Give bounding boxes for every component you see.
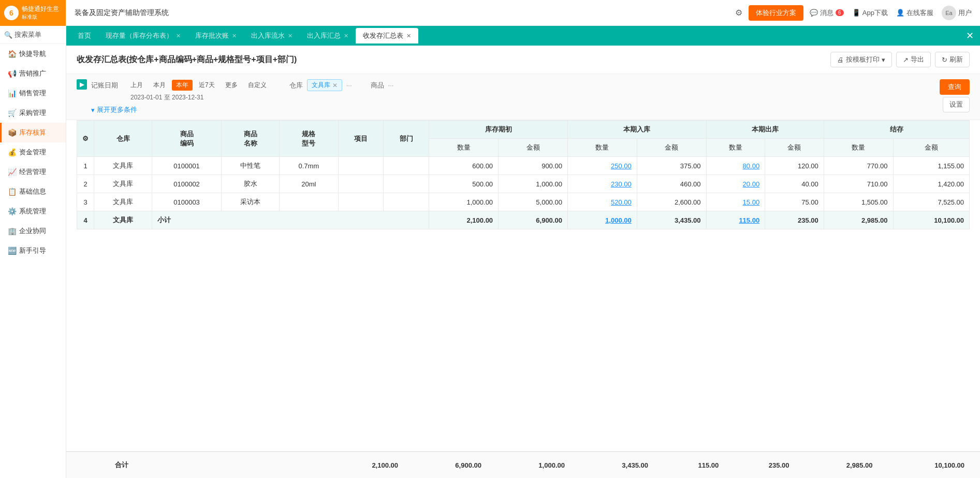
sidebar-search[interactable]: 🔍 搜索菜单 [0,26,66,44]
trial-button[interactable]: 体验行业方案 [749,5,803,21]
sidebar-item-basic[interactable]: 📋 基础信息 [0,182,66,201]
sidebar-item-system[interactable]: ⚙️ 系统管理 [0,201,66,221]
app-download-btn[interactable]: 📱 App下载 [852,8,888,18]
sidebar-item-operations[interactable]: 📈 经营管理 [0,162,66,182]
page-header: 收发存汇总表(按仓库+商品编码+商品+规格型号+项目+部门) 🖨 按模板打印 ▾… [66,46,980,74]
row-bal-qty: 710.00 [824,175,893,193]
tab-close-icon[interactable]: ✕ [288,33,292,39]
shortcut-this-year[interactable]: 本年 [172,80,193,91]
filter-toggle[interactable]: ▶ [77,79,87,90]
page-actions: 🖨 按模板打印 ▾ ↗ 导出 ↻ 刷新 [830,52,970,74]
col-settings-header[interactable]: ⚙ [77,121,94,157]
main-table: ⚙ 仓库 商品编码 商品名称 规格型号 项目 部门 库存期初 本期入库 本期出库… [77,120,970,229]
tabs-bar: 首页 现存量（库存分布表） ✕ 库存批次账 ✕ 出入库流水 ✕ 出入库汇总 ✕ … [66,26,980,46]
row-spec: 0.7mm [280,157,339,175]
row-spec [280,193,339,211]
tab-bar-close-btn[interactable]: ✕ [964,28,976,44]
sidebar-item-finance[interactable]: 💰 资金管理 [0,142,66,162]
inventory-icon: 📦 [8,128,16,137]
system-title: 装备及固定资产辅助管理系统 [75,8,729,18]
home-icon: 🏠 [8,50,16,58]
total-bal-qty: 2,985.00 [794,456,877,474]
tab-close-icon[interactable]: ✕ [406,33,411,39]
expand-btn[interactable]: ▾ 展开更多条件 [91,105,935,114]
tab-close-icon[interactable]: ✕ [232,33,237,39]
sidebar-item-enterprise[interactable]: 🏢 企业协同 [0,221,66,241]
row-open-amt: 1,000.00 [499,175,568,193]
print-label: 按模板打印 [846,55,880,64]
row-code: 0100003 [152,193,222,211]
user-btn[interactable]: Ea 用户 [942,6,972,20]
search-button[interactable]: 查询 [940,79,970,95]
col-bal-qty: 数量 [824,139,893,157]
set-button[interactable]: 设置 [943,97,970,112]
tab-inout-summary[interactable]: 出入库汇总 ✕ [300,28,356,44]
message-label: 消息 [820,8,833,18]
goods-label: 商品 [371,81,384,90]
sidebar: 6 畅捷通好生意 标准版 🔍 搜索菜单 🏠 快捷导航 📢 营销推广 📊 销售管理… [0,0,66,478]
tab-close-icon[interactable]: ✕ [344,33,348,39]
row-open-qty: 600.00 [429,157,499,175]
tab-label: 出入库流水 [251,31,285,40]
shortcut-last-month[interactable]: 上月 [126,80,147,91]
print-btn[interactable]: 🖨 按模板打印 ▾ [830,52,892,67]
warehouse-label: 仓库 [289,81,303,90]
operations-icon: 📈 [8,168,16,176]
logo-text: 畅捷通好生意 [22,5,59,13]
row-warehouse: 文具库 [94,175,152,193]
sidebar-item-purchase[interactable]: 🛒 采购管理 [0,103,66,123]
chevron-down-icon: ▾ [882,56,885,64]
col-bal-amt: 金额 [893,139,969,157]
warehouse-more[interactable]: ··· [346,81,352,89]
refresh-btn[interactable]: ↻ 刷新 [935,52,970,67]
row-project [338,193,384,211]
filter-row-date: 2023-01-01 至 2023-12-31 [91,93,935,102]
row-in-amt: 375.00 [637,157,706,175]
tab-batch[interactable]: 库存批次账 ✕ [188,28,244,44]
export-btn[interactable]: ↗ 导出 [896,52,931,67]
main-content: 装备及固定资产辅助管理系统 ⚙ 体验行业方案 💬 消息 6 📱 App下载 👤 … [66,0,980,478]
row-open-qty: 500.00 [429,175,499,193]
date-shortcuts: 上月 本月 本年 近7天 更多 自定义 [126,80,271,91]
sidebar-item-guide[interactable]: 🆕 新手引导 [0,241,66,260]
sidebar-item-label: 系统管理 [19,207,46,216]
header-actions: 💬 消息 6 📱 App下载 👤 在线客服 Ea 用户 [810,6,972,20]
sidebar-item-sales[interactable]: 📊 销售管理 [0,83,66,103]
shortcut-this-month[interactable]: 本月 [149,80,170,91]
row-open-amt: 5,000.00 [499,193,568,211]
shortcut-custom[interactable]: 自定义 [244,80,271,91]
shortcut-more[interactable]: 更多 [221,80,242,91]
row-code: 0100001 [152,157,222,175]
export-label: 导出 [911,55,924,64]
sidebar-item-marketing[interactable]: 📢 营销推广 [0,64,66,83]
row-project [338,157,384,175]
message-btn[interactable]: 💬 消息 6 [810,8,844,18]
shortcut-7days[interactable]: 近7天 [195,80,219,91]
col-warehouse-header: 仓库 [94,121,152,157]
sidebar-item-label: 快捷导航 [19,49,46,59]
row-out-qty: 15.00 [706,193,765,211]
row-open-qty: 1,000.00 [429,193,499,211]
export-icon: ↗ [903,56,909,64]
page-title: 收发存汇总表(按仓库+商品编码+商品+规格型号+项目+部门) [77,54,297,71]
tab-recv-send[interactable]: 收发存汇总表 ✕ [356,28,418,44]
col-open-amt: 金额 [499,139,568,157]
tab-home[interactable]: 首页 [70,28,98,44]
sidebar-item-inventory[interactable]: 📦 库存核算 [0,123,66,142]
tab-inventory-dist[interactable]: 现存量（库存分布表） ✕ [98,28,188,44]
row-out-qty: 80.00 [706,157,765,175]
goods-more[interactable]: ··· [388,81,394,89]
row-in-qty: 230.00 [567,175,637,193]
total-label: 合计 [92,456,134,474]
sidebar-item-quicknav[interactable]: 🏠 快捷导航 [0,44,66,64]
settings-icon[interactable]: ⚙ [735,8,742,18]
refresh-label: 刷新 [949,55,963,64]
row-dept [384,193,429,211]
phone-icon: 📱 [852,9,860,17]
online-service-label: 在线客服 [906,8,933,18]
col-code-header: 商品编码 [152,121,222,157]
tab-inout-flow[interactable]: 出入库流水 ✕ [244,28,300,44]
online-service-btn[interactable]: 👤 在线客服 [896,8,933,18]
warehouse-tag-remove[interactable]: ✕ [332,82,338,89]
tab-close-icon[interactable]: ✕ [176,33,181,39]
